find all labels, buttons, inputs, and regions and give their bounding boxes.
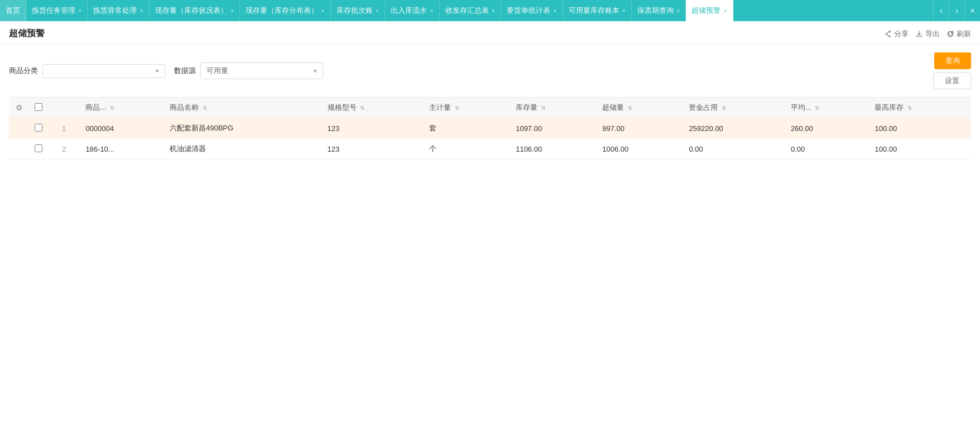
- category-select[interactable]: ▾: [42, 64, 165, 78]
- row-product-code: 0000004: [80, 118, 164, 139]
- sort-icon[interactable]: ⇅: [360, 105, 364, 111]
- product-name-column-header: 商品名称 ⇅: [164, 98, 322, 118]
- query-button[interactable]: 查询: [934, 52, 971, 69]
- sort-icon[interactable]: ⇅: [541, 105, 546, 111]
- max-stock-column-header: 最高库存 ⇅: [869, 98, 971, 118]
- close-icon[interactable]: ×: [492, 7, 495, 14]
- refresh-icon: [947, 30, 954, 38]
- nav-item-available-account[interactable]: 可用量库存账本 ×: [563, 0, 632, 21]
- nav-close-button[interactable]: ×: [964, 0, 980, 21]
- nav-item-expiry-check[interactable]: 保质期查询 ×: [632, 0, 686, 21]
- column-label: 主计量: [429, 103, 451, 112]
- row-spec: 123: [322, 139, 424, 159]
- row-avg: 260.00: [785, 118, 869, 139]
- close-icon[interactable]: ×: [723, 7, 727, 14]
- row-overstock: 1006.00: [597, 139, 683, 159]
- row-max-stock: 100.00: [869, 139, 971, 159]
- table-row: 1 0000004 六配套新昌490BPG 123 套 1097.00 997.…: [9, 118, 971, 139]
- capital-used-column-header: 资金占用 ⇅: [683, 98, 785, 118]
- page-title: 超储预警: [9, 28, 45, 40]
- gear-icon[interactable]: ⚙: [16, 103, 23, 112]
- share-icon: [884, 30, 892, 38]
- row-number: 1: [48, 118, 80, 139]
- nav-item-order-stat[interactable]: 要货单统计表 ×: [501, 0, 563, 21]
- row-overstock: 997.00: [597, 118, 683, 139]
- row-capital-used: 259220.00: [683, 118, 785, 139]
- table-row: 2 186-10... 机油滤清器 123 个 1106.00 1006.00 …: [9, 139, 971, 159]
- datasource-select-value: 可用量: [206, 66, 296, 76]
- sort-icon[interactable]: ⇅: [110, 105, 114, 111]
- datasource-select[interactable]: 可用量 ▾: [200, 62, 323, 79]
- column-label: 商品...: [85, 103, 106, 112]
- row-spec: 123: [322, 118, 424, 139]
- header-actions: 分享 导出 刷新: [884, 29, 971, 39]
- overstock-table: ⚙ 商品... ⇅ 商品名称 ⇅ 规格型号: [9, 97, 971, 159]
- row-unit: 个: [424, 139, 510, 159]
- row-checkbox-cell: [29, 139, 48, 159]
- row-stock: 1106.00: [510, 139, 597, 159]
- close-icon[interactable]: ×: [622, 7, 626, 14]
- row-number: 2: [48, 139, 80, 159]
- chevron-down-icon: ▾: [156, 67, 159, 75]
- avg-column-header: 平均... ⇅: [785, 98, 869, 118]
- close-icon[interactable]: ×: [553, 7, 556, 14]
- close-icon[interactable]: ×: [321, 7, 324, 14]
- nav-item-inventory-status[interactable]: 现存量（库存状况表） ×: [150, 0, 240, 21]
- close-icon[interactable]: ×: [140, 7, 143, 14]
- overstock-column-header: 超储量 ⇅: [597, 98, 683, 118]
- close-icon[interactable]: ×: [676, 7, 680, 14]
- table-header-row: ⚙ 商品... ⇅ 商品名称 ⇅ 规格型号: [9, 98, 971, 118]
- share-button[interactable]: 分享: [884, 29, 909, 39]
- row-product-name: 六配套新昌490BPG: [164, 118, 322, 139]
- sort-icon[interactable]: ⇅: [628, 105, 632, 111]
- page-container: 超储预警 分享 导出 刷新 商品: [0, 21, 980, 446]
- nav-item-task-mgmt[interactable]: 拣货任务管理 ×: [26, 0, 88, 21]
- gear-column-header: ⚙: [9, 98, 29, 118]
- nav-prev-button[interactable]: ‹: [933, 0, 949, 21]
- sort-icon[interactable]: ⇅: [455, 105, 459, 111]
- row-checkbox-cell: [29, 118, 48, 139]
- select-all-checkbox[interactable]: [35, 103, 42, 111]
- row-gear-cell: [9, 118, 29, 139]
- refresh-button[interactable]: 刷新: [947, 29, 971, 39]
- column-label: 超储量: [602, 103, 624, 112]
- stock-column-header: 库存量 ⇅: [510, 98, 597, 118]
- nav-item-home[interactable]: 首页: [0, 0, 26, 21]
- row-checkbox[interactable]: [35, 124, 42, 132]
- category-filter-group: 商品分类 ▾: [9, 64, 165, 78]
- table-container: ⚙ 商品... ⇅ 商品名称 ⇅ 规格型号: [0, 97, 980, 159]
- row-avg: 0.00: [785, 139, 869, 159]
- nav-item-inventory-dist[interactable]: 现存量（库存分布表） ×: [240, 0, 330, 21]
- row-product-code: 186-10...: [80, 139, 164, 159]
- column-label: 资金占用: [689, 103, 718, 112]
- column-label: 商品名称: [170, 103, 199, 112]
- page-header: 超储预警 分享 导出 刷新: [0, 21, 980, 45]
- datasource-filter-group: 数据源 可用量 ▾: [174, 62, 323, 79]
- row-capital-used: 0.00: [683, 139, 785, 159]
- sort-icon[interactable]: ⇅: [907, 105, 912, 111]
- sort-icon[interactable]: ⇅: [722, 105, 726, 111]
- sort-icon[interactable]: ⇅: [203, 105, 207, 111]
- nav-item-abnormal[interactable]: 拣货异常处理 ×: [88, 0, 149, 21]
- nav-item-collect-summary[interactable]: 收发存汇总表 ×: [440, 0, 501, 21]
- sort-icon[interactable]: ⇅: [815, 105, 819, 111]
- nav-item-overstock-alert[interactable]: 超储预警 ×: [686, 0, 733, 21]
- close-icon[interactable]: ×: [230, 7, 234, 14]
- checkbox-column-header: [29, 98, 48, 118]
- close-icon[interactable]: ×: [78, 7, 81, 14]
- product-code-column-header: 商品... ⇅: [80, 98, 164, 118]
- row-unit: 套: [424, 118, 510, 139]
- settings-button[interactable]: 设置: [933, 72, 971, 89]
- nav-item-batch-account[interactable]: 库存批次账 ×: [331, 0, 385, 21]
- row-checkbox[interactable]: [35, 144, 42, 152]
- column-label: 最高库存: [875, 103, 904, 112]
- export-button[interactable]: 导出: [915, 29, 940, 39]
- close-icon[interactable]: ×: [376, 7, 379, 14]
- nav-item-inout-flow[interactable]: 出入库流水 ×: [385, 0, 439, 21]
- nav-next-button[interactable]: ›: [949, 0, 964, 21]
- close-icon[interactable]: ×: [430, 7, 433, 14]
- row-max-stock: 100.00: [869, 118, 971, 139]
- unit-column-header: 主计量 ⇅: [424, 98, 510, 118]
- export-icon: [915, 30, 923, 38]
- datasource-label: 数据源: [174, 66, 196, 76]
